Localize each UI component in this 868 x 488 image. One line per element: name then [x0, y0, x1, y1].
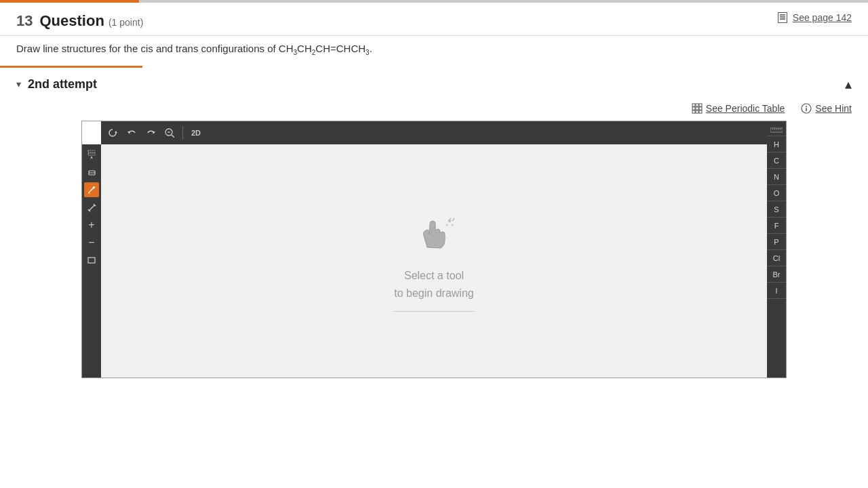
svg-point-10: [806, 106, 807, 107]
drawing-area: 2D: [81, 121, 787, 378]
svg-rect-19: [88, 153, 95, 155]
remove-atom-button[interactable]: −: [84, 235, 99, 250]
svg-rect-2: [699, 104, 702, 106]
canvas-icon: [410, 210, 458, 258]
redo-button[interactable]: [143, 125, 158, 140]
page-icon: [778, 12, 787, 23]
eraser-tool[interactable]: [84, 165, 99, 180]
attempt-left: ▾ 2nd attempt: [16, 77, 97, 92]
bond-tool[interactable]: [84, 200, 99, 215]
rect-icon: [87, 257, 96, 264]
element-O[interactable]: O: [767, 185, 786, 201]
svg-rect-7: [696, 110, 698, 113]
attempt-row: ▾ 2nd attempt ▴: [0, 68, 868, 98]
svg-line-26: [89, 205, 95, 211]
element-Cl[interactable]: Cl: [767, 250, 786, 266]
rect-tool[interactable]: [84, 253, 99, 268]
element-P[interactable]: P: [767, 234, 786, 250]
draw-tool[interactable]: [84, 182, 99, 197]
svg-point-37: [446, 224, 448, 226]
canvas-divider: [393, 311, 475, 312]
question-text: Draw line structures for the cis and tra…: [16, 43, 852, 56]
svg-rect-29: [88, 258, 95, 263]
tools-row: See Periodic Table See Hint: [0, 98, 868, 121]
question-body: Draw line structures for the cis and tra…: [0, 36, 868, 66]
ruler-icon: [767, 124, 786, 136]
select-icon: [87, 150, 96, 159]
canvas-hint: Select a tool to begin drawing: [394, 267, 473, 302]
element-N[interactable]: N: [767, 169, 786, 185]
svg-marker-20: [90, 156, 93, 159]
periodic-table-link[interactable]: See Periodic Table: [692, 103, 785, 114]
svg-marker-13: [127, 131, 130, 134]
pencil-icon: [87, 186, 96, 194]
collapse-arrow[interactable]: ▴: [845, 76, 852, 92]
toolbar-divider: [182, 126, 183, 140]
question-header: 13 Question (1 point) See page 142: [0, 3, 868, 36]
svg-rect-5: [699, 107, 702, 110]
svg-rect-0: [692, 104, 695, 106]
undo-button[interactable]: [124, 125, 139, 140]
question-number: 13: [16, 12, 33, 30]
element-C[interactable]: C: [767, 152, 786, 169]
refresh-icon: [108, 128, 117, 138]
svg-rect-3: [692, 107, 695, 110]
question-points: (1 point): [108, 17, 143, 28]
svg-marker-14: [153, 131, 155, 134]
element-H[interactable]: H: [767, 136, 786, 152]
attempt-label: 2nd attempt: [28, 77, 97, 92]
svg-rect-6: [692, 110, 695, 113]
hint-icon: [801, 103, 812, 114]
toolbar-top: 2D: [101, 121, 767, 144]
svg-marker-12: [115, 131, 117, 133]
chevron-icon[interactable]: ▾: [16, 79, 21, 89]
bond-icon: [87, 203, 96, 212]
ruler-svg: [770, 127, 783, 134]
2d-button[interactable]: 2D: [189, 125, 203, 140]
svg-line-40: [452, 218, 454, 221]
svg-rect-1: [696, 104, 698, 106]
select-tool[interactable]: [84, 147, 99, 162]
element-I[interactable]: I: [767, 283, 786, 299]
canvas-area[interactable]: Select a tool to begin drawing: [101, 144, 767, 378]
svg-line-17: [172, 135, 174, 138]
eraser-icon: [87, 168, 96, 177]
zoom-out-icon: [165, 128, 174, 138]
redo-icon: [146, 129, 155, 138]
element-S[interactable]: S: [767, 201, 786, 218]
toolbar-left: + −: [82, 144, 101, 378]
zoom-out-button[interactable]: [162, 125, 177, 140]
question-label: Question (1 point): [39, 12, 143, 30]
element-Br[interactable]: Br: [767, 266, 786, 283]
elements-panel: H C N O S F P Cl Br I: [767, 121, 786, 378]
svg-rect-4: [696, 107, 698, 110]
question-title-area: 13 Question (1 point): [16, 12, 143, 30]
see-page-link[interactable]: See page 142: [778, 12, 852, 23]
clear-button[interactable]: [105, 125, 120, 140]
svg-marker-24: [88, 192, 90, 194]
element-F[interactable]: F: [767, 218, 786, 234]
svg-rect-18: [88, 150, 95, 152]
hint-link[interactable]: See Hint: [801, 103, 852, 114]
periodic-table-icon: [692, 103, 703, 114]
undo-icon: [127, 129, 136, 138]
svg-point-38: [452, 224, 454, 226]
hand-pointer-icon: [410, 210, 458, 258]
add-atom-button[interactable]: +: [84, 218, 99, 232]
svg-rect-8: [699, 110, 702, 113]
